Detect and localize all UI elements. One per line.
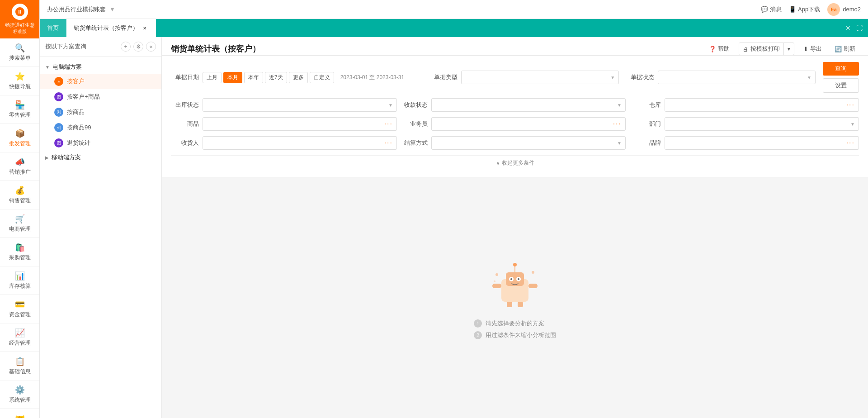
sidebar-item-basic-info[interactable]: 📋 基础信息 — [0, 352, 39, 380]
receiver-select[interactable]: ··· — [203, 136, 397, 150]
warehouse-dots[interactable]: ··· — [846, 101, 855, 109]
tab-maximize-btn[interactable]: ⛶ — [854, 23, 864, 33]
sidebar-item-marketing[interactable]: 📣 营销推广 — [0, 152, 39, 181]
department-select[interactable]: ▼ — [665, 117, 859, 131]
settings-scheme-btn[interactable]: ⚙ — [133, 42, 143, 52]
empty-illustration — [488, 256, 542, 312]
message-btn[interactable]: 💬 消息 — [761, 5, 782, 14]
return-stat-icon: 图 — [54, 138, 63, 147]
pc-scheme-group: ▼ 电脑端方案 人 按客户 图 按客户+商品 列 — [40, 60, 161, 151]
settings-btn[interactable]: 设置 — [823, 78, 859, 93]
mobile-scheme-group-header[interactable]: ▶ 移动端方案 — [40, 151, 161, 164]
sidebar-item-wholesale-mgmt[interactable]: 📦 批发管理 — [0, 124, 39, 152]
settlement-select[interactable]: ▼ — [431, 136, 626, 150]
scheme-by-customer-product[interactable]: 图 按客户+商品 — [40, 89, 161, 104]
quick-nav-icon: ⭐ — [15, 71, 25, 81]
scheme-by-product[interactable]: 列 按商品 — [40, 104, 161, 120]
department-arrow: ▼ — [850, 122, 855, 127]
left-panel-header-actions: + ⚙ « — [121, 42, 156, 52]
date-tab-this-year[interactable]: 本年 — [244, 72, 263, 83]
refresh-btn[interactable]: 🔄 刷新 — [831, 43, 859, 55]
doc-type-select[interactable]: ▼ — [461, 71, 619, 84]
department-label: 部门 — [633, 120, 665, 128]
sidebar-item-system-mgmt[interactable]: ⚙️ 系统管理 — [0, 380, 39, 409]
ecommerce-icon: 🛒 — [15, 214, 25, 224]
sidebar-item-sales-mgmt[interactable]: 💰 销售管理 — [0, 181, 39, 209]
sidebar-item-inventory[interactable]: 📊 库存核算 — [0, 266, 39, 295]
query-btn[interactable]: 查询 — [823, 62, 859, 76]
tab-home[interactable]: 首页 — [40, 19, 66, 37]
pc-scheme-group-header[interactable]: ▼ 电脑端方案 — [40, 60, 161, 74]
svg-point-5 — [518, 278, 519, 280]
tab-sales-stat[interactable]: 销货单统计表（按客户） ✕ — [66, 19, 156, 37]
svg-point-12 — [495, 273, 498, 276]
out-status-label: 出库状态 — [171, 101, 203, 109]
business-icon: 📈 — [15, 328, 25, 338]
sidebar-item-business[interactable]: 📈 经营管理 — [0, 323, 39, 352]
tab-close-icon[interactable]: ✕ — [141, 24, 148, 32]
tab-close-window-btn[interactable]: ✕ — [844, 23, 853, 33]
app-download-btn[interactable]: 📱 App下载 — [789, 5, 820, 14]
template-print-main-btn[interactable]: 🖨 按模板打印 — [739, 43, 784, 55]
industry-dropdown-icon[interactable]: ▼ — [109, 6, 115, 13]
payment-status-select[interactable]: ▼ — [431, 98, 626, 112]
brand-dots[interactable]: ··· — [846, 139, 855, 147]
home-tab-label: 首页 — [47, 24, 59, 32]
svg-rect-6 — [492, 284, 501, 288]
page-title: 销货单统计表（按客户） — [171, 43, 260, 54]
date-tab-this-month[interactable]: 本月 — [223, 72, 242, 83]
out-status-select[interactable]: ▼ — [203, 98, 397, 112]
template-print-dropdown[interactable]: ▼ — [784, 45, 794, 53]
page-header-actions: ❓ 帮助 🖨 按模板打印 ▼ ⬇ 导出 — [705, 43, 859, 55]
date-tabs: 上月 本月 本年 近7天 更多 自定义 — [203, 72, 334, 83]
empty-tips: 1 请先选择要分析的方案 2 用过滤条件来缩小分析范围 — [474, 319, 556, 339]
pc-group-label: 电脑端方案 — [52, 63, 82, 71]
app-name: 畅捷通好生意 — [5, 22, 35, 28]
salesperson-dots[interactable]: ··· — [613, 120, 622, 128]
tab-bar: 首页 销货单统计表（按客户） ✕ ✕ ⛶ — [40, 19, 868, 37]
filter-row-4: 收货人 ··· 结算方式 ▼ 品牌 ··· — [171, 136, 859, 150]
empty-tip-2: 2 用过滤条件来缩小分析范围 — [474, 331, 556, 339]
user-profile-btn[interactable]: Ea demo2 — [827, 3, 861, 16]
svg-rect-11 — [518, 302, 523, 307]
date-tab-custom[interactable]: 自定义 — [310, 72, 334, 83]
template-print-btn[interactable]: 🖨 按模板打印 ▼ — [739, 43, 794, 55]
sidebar-item-finance[interactable]: 💳 资金管理 — [0, 295, 39, 323]
scheme-return-stat[interactable]: 图 退货统计 — [40, 135, 161, 151]
export-btn[interactable]: ⬇ 导出 — [800, 43, 826, 55]
brand-label: 品牌 — [633, 139, 665, 147]
sales-icon: 💰 — [15, 185, 25, 195]
sidebar-item-quick-nav[interactable]: ⭐ 快捷导航 — [0, 67, 39, 95]
system-icon: ⚙️ — [15, 385, 25, 395]
brand-select[interactable]: ··· — [665, 136, 859, 150]
doc-status-select[interactable]: ▼ — [658, 71, 816, 84]
date-tab-last-7-days[interactable]: 近7天 — [265, 72, 287, 83]
warehouse-select[interactable]: ··· — [665, 98, 859, 112]
page-header: 销货单统计表（按客户） ❓ 帮助 🖨 按模板打印 ▼ — [162, 37, 868, 56]
collapse-btn[interactable]: ∧ 收起更多条件 — [491, 158, 540, 168]
filter-area: 单据日期 上月 本月 本年 近7天 更多 自定义 2023-03-01 至 20… — [162, 56, 868, 177]
scheme-by-customer[interactable]: 人 按客户 — [40, 74, 161, 89]
pc-scheme-items: 人 按客户 图 按客户+商品 列 按商品 列 按 — [40, 74, 161, 151]
date-tab-last-month[interactable]: 上月 — [203, 72, 222, 83]
receiver-dots[interactable]: ··· — [384, 139, 393, 147]
help-btn[interactable]: ❓ 帮助 — [705, 43, 733, 55]
add-scheme-btn[interactable]: + — [121, 42, 131, 52]
sales-stat-tab-label: 销货单统计表（按客户） — [74, 24, 138, 32]
date-tab-more[interactable]: 更多 — [289, 72, 308, 83]
sidebar-item-ecommerce[interactable]: 🛒 电商管理 — [0, 209, 39, 238]
product-dots[interactable]: ··· — [384, 120, 393, 128]
sidebar-item-enterprise-collab[interactable]: 🤝 企业协同 — [0, 409, 39, 418]
sidebar-item-retail-mgmt[interactable]: 🏪 零售管理 — [0, 95, 39, 124]
out-status-arrow: ▼ — [388, 103, 393, 108]
product-select[interactable]: ··· — [203, 117, 397, 131]
salesperson-select[interactable]: ··· — [431, 117, 626, 131]
sidebar-item-search-menu[interactable]: 🔍 搜索菜单 — [0, 38, 39, 67]
sidebar-logo[interactable]: 畅捷通好生意 标准版 — [0, 0, 40, 38]
collapse-panel-btn[interactable]: « — [146, 42, 156, 52]
svg-rect-10 — [507, 302, 512, 307]
scheme-by-product-99[interactable]: 列 按商品99 — [40, 120, 161, 135]
industry-info: 办公用品行业模拟账套 ▼ — [47, 5, 115, 14]
doc-status-arrow: ▼ — [807, 75, 811, 80]
sidebar-item-purchase[interactable]: 🛍️ 采购管理 — [0, 238, 39, 266]
